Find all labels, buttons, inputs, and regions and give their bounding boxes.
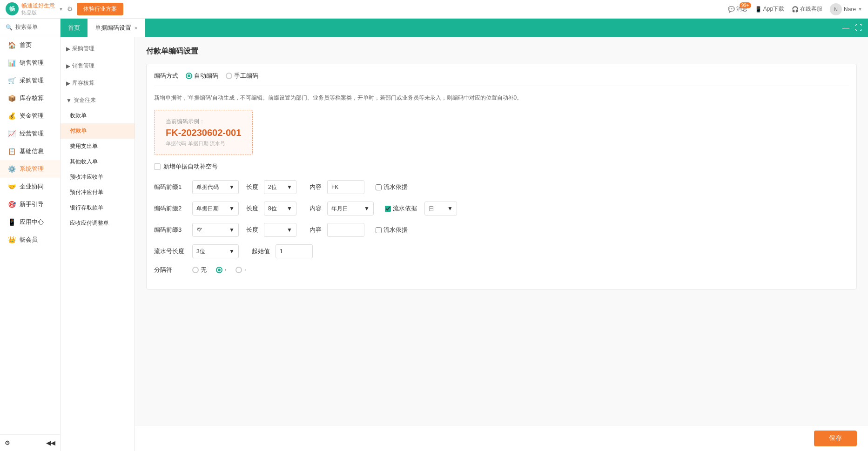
apps-icon: 📱 bbox=[7, 218, 16, 226]
prefix-3-select[interactable]: 空 ▼ bbox=[192, 223, 239, 237]
prefix-2-length-select[interactable]: 8位 ▼ bbox=[264, 202, 296, 215]
sub-item-adjustment[interactable]: 应收应付调整单 bbox=[61, 215, 135, 231]
prefix-3-length-select[interactable]: ▼ bbox=[264, 223, 296, 237]
encoding-radio-group: 自动编码 手工编码 bbox=[186, 72, 258, 80]
tab-maximize-icon[interactable]: ⛶ bbox=[853, 22, 864, 34]
collapse-icon[interactable]: ◀◀ bbox=[46, 439, 55, 446]
code-preview-value: FK-20230602-001 bbox=[166, 128, 241, 138]
tab-close-icon[interactable]: ✕ bbox=[134, 26, 138, 31]
sub-item-bank[interactable]: 银行存取款单 bbox=[61, 200, 135, 215]
separator-dot1-radio[interactable]: · bbox=[216, 266, 226, 274]
tab-minimize-icon[interactable]: — bbox=[840, 22, 851, 34]
logo-text: 畅通道好生意 拓品版 bbox=[21, 2, 55, 16]
sidebar-item-system[interactable]: ⚙️ 系统管理 bbox=[0, 160, 60, 178]
sub-item-prepay-offset2[interactable]: 预付冲应付单 bbox=[61, 185, 135, 200]
encoding-section: 编码方式 自动编码 手工编码 bbox=[146, 64, 857, 289]
chevron-down-icon: ▼ bbox=[447, 205, 453, 212]
prefix-2-flow-select[interactable]: 日 ▼ bbox=[424, 202, 457, 215]
chevron-right-icon-sales: ▶ bbox=[66, 63, 70, 69]
auto-encode-dot bbox=[186, 73, 192, 79]
sub-sidebar: ▶ 采购管理 ▶ 销售管理 ▶ 库存核算 bbox=[61, 37, 135, 451]
serial-length-label: 流水号长度 bbox=[154, 247, 187, 256]
sub-group-inventory-title[interactable]: ▶ 库存核算 bbox=[61, 75, 135, 91]
prefix-1-flow-checkbox[interactable] bbox=[376, 184, 382, 190]
prefix-1-select[interactable]: 单据代码 ▼ bbox=[192, 180, 239, 194]
manual-encode-dot bbox=[226, 73, 232, 79]
sep-dot1-dot bbox=[216, 267, 222, 273]
online-service-button[interactable]: 🎧 在线客服 bbox=[792, 5, 822, 13]
tab-bar: 首页 单据编码设置 ✕ — ⛶ bbox=[61, 19, 868, 37]
settings-icon[interactable]: ⚙ bbox=[5, 439, 10, 446]
sidebar-item-purchase[interactable]: 🛒 采购管理 bbox=[0, 72, 60, 89]
sub-item-expense[interactable]: 费用支出单 bbox=[61, 139, 135, 154]
code-preview: 当前编码示例： FK-20230602-001 单据代码-单据日期-流水号 bbox=[154, 110, 253, 155]
sidebar-item-member[interactable]: 👑 畅会员 bbox=[0, 231, 60, 249]
main-content: 付款单编码设置 编码方式 自动编码 bbox=[135, 37, 868, 425]
start-value-input[interactable]: 1 bbox=[276, 244, 313, 258]
basic-info-icon: 📋 bbox=[7, 147, 16, 155]
sidebar-item-operations[interactable]: 📈 经营管理 bbox=[0, 125, 60, 142]
sidebar-item-inventory[interactable]: 📦 库存核算 bbox=[0, 89, 60, 107]
sidebar-item-newbie[interactable]: 🎯 新手引导 bbox=[0, 195, 60, 213]
sub-item-prepay-offset[interactable]: 预收冲应收单 bbox=[61, 169, 135, 185]
sidebar-item-finance[interactable]: 💰 资金管理 bbox=[0, 107, 60, 125]
serial-length-select[interactable]: 3位 ▼ bbox=[192, 244, 239, 258]
separator-dot2-radio[interactable]: · bbox=[236, 266, 246, 274]
page-title: 付款单编码设置 bbox=[146, 47, 857, 56]
chevron-down-icon: ▼ bbox=[287, 205, 292, 212]
user-chevron-icon: ▼ bbox=[858, 7, 862, 12]
sep-none-dot bbox=[192, 267, 199, 273]
top-bar: 畅 畅通道好生意 拓品版 ▼ ⚙ 体验行业方案 💬 消息 99+ 📱 App下载… bbox=[0, 0, 868, 19]
sub-item-payment[interactable]: 付款单 bbox=[61, 123, 135, 139]
tab-encoding-settings[interactable]: 单据编码设置 ✕ bbox=[87, 19, 145, 37]
prefix-2-select[interactable]: 单据日期 ▼ bbox=[192, 202, 239, 215]
gear-icon[interactable]: ⚙ bbox=[67, 5, 73, 13]
sidebar-item-enterprise[interactable]: 🤝 企业协同 bbox=[0, 178, 60, 195]
sidebar-item-sales[interactable]: 📊 销售管理 bbox=[0, 54, 60, 72]
sub-group-sales: ▶ 销售管理 bbox=[61, 58, 135, 74]
sub-item-other-income[interactable]: 其他收入单 bbox=[61, 154, 135, 169]
app-download-button[interactable]: 📱 App下载 bbox=[755, 5, 784, 13]
save-button[interactable]: 保存 bbox=[814, 431, 857, 446]
prefix-1-label: 编码前缀1 bbox=[154, 183, 187, 191]
prefix-3-content-input bbox=[327, 223, 364, 237]
auto-encode-radio[interactable]: 自动编码 bbox=[186, 72, 218, 80]
sidebar-bottom: ⚙ ◀◀ bbox=[0, 434, 60, 451]
prefix-3-content-label: 内容 bbox=[310, 226, 322, 234]
prefix-2-content-select[interactable]: 年月日 ▼ bbox=[327, 202, 374, 215]
chevron-right-icon: ▶ bbox=[66, 46, 70, 52]
sidebar-item-home[interactable]: 🏠 首页 bbox=[0, 36, 60, 54]
sub-group-purchase-title[interactable]: ▶ 采购管理 bbox=[61, 41, 135, 56]
sidebar-item-apps[interactable]: 📱 应用中心 bbox=[0, 213, 60, 231]
manual-encode-radio[interactable]: 手工编码 bbox=[226, 72, 258, 80]
search-icon: 🔍 bbox=[6, 24, 13, 31]
purchase-icon: 🛒 bbox=[7, 76, 16, 85]
search-menu-button[interactable]: 🔍 搜索菜单 bbox=[0, 19, 60, 36]
tab-home[interactable]: 首页 bbox=[61, 19, 87, 37]
newbie-icon: 🎯 bbox=[7, 200, 16, 209]
chevron-right-icon-inventory: ▶ bbox=[66, 80, 70, 87]
sub-group-capital: ▼ 资金往来 收款单 付款单 费用支出单 其他收入单 预收冲应收单 预付冲应付单… bbox=[61, 93, 135, 231]
system-icon: ⚙️ bbox=[7, 165, 16, 173]
operations-icon: 📈 bbox=[7, 129, 16, 138]
experience-button[interactable]: 体验行业方案 bbox=[77, 3, 123, 15]
chevron-down-icon: ▼ bbox=[287, 227, 292, 233]
auto-fill-checkbox[interactable] bbox=[154, 163, 161, 170]
chevron-down-icon[interactable]: ▼ bbox=[59, 7, 63, 12]
sub-group-sales-title[interactable]: ▶ 销售管理 bbox=[61, 58, 135, 74]
prefix-3-flow-checkbox[interactable] bbox=[376, 227, 382, 233]
sub-item-receipt[interactable]: 收款单 bbox=[61, 108, 135, 123]
sidebar-item-basic-info[interactable]: 📋 基础信息 bbox=[0, 142, 60, 160]
user-avatar[interactable]: N Nare ▼ bbox=[830, 3, 862, 15]
encoding-method-label: 编码方式 bbox=[154, 72, 178, 80]
start-value-label: 起始值 bbox=[252, 247, 270, 256]
message-button[interactable]: 💬 消息 99+ bbox=[728, 5, 747, 13]
separator-none-radio[interactable]: 无 bbox=[192, 266, 207, 274]
chevron-down-icon: ▼ bbox=[287, 184, 292, 190]
prefix-row-1: 编码前缀1 单据代码 ▼ 长度 2位 ▼ 内容 bbox=[154, 180, 849, 194]
sub-group-capital-title[interactable]: ▼ 资金往来 bbox=[61, 93, 135, 108]
prefix-1-length-select[interactable]: 2位 ▼ bbox=[264, 180, 296, 194]
prefix-2-flow-checkbox[interactable] bbox=[385, 206, 391, 212]
sidebar: 🔍 搜索菜单 🏠 首页 📊 销售管理 🛒 采购管理 📦 库存 bbox=[0, 19, 61, 451]
chevron-down-icon: ▼ bbox=[229, 205, 235, 212]
